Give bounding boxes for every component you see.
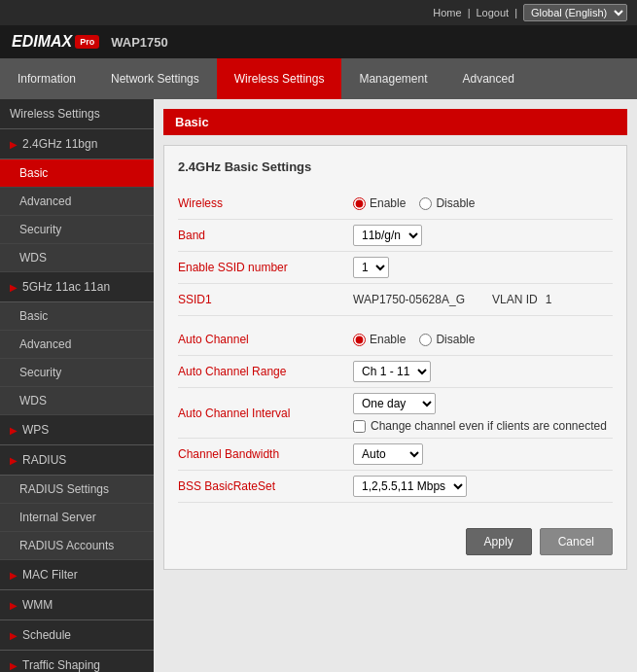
- logout-link[interactable]: Logout: [476, 7, 509, 18]
- sidebar-item-advanced5[interactable]: Advanced: [0, 331, 154, 359]
- auto-channel-label: Auto Channel: [178, 329, 353, 350]
- nav-network-settings[interactable]: Network Settings: [93, 58, 217, 99]
- content-area: Basic 2.4GHz Basic Settings Wireless Ena…: [154, 99, 637, 672]
- nav-management[interactable]: Management: [341, 58, 444, 99]
- edimax-logo: EDIMAX Pro: [12, 33, 99, 51]
- wireless-control: Enable Disable: [353, 196, 613, 210]
- sidebar-item-security5[interactable]: Security: [0, 359, 154, 387]
- wireless-disable-radio[interactable]: [419, 197, 432, 210]
- sidebar-header-wmm[interactable]: ▶ WMM: [0, 590, 154, 620]
- sidebar-section-mac-filter: ▶ MAC Filter: [0, 560, 154, 590]
- sidebar-section-5ghz: ▶ 5GHz 11ac 11an Basic Advanced Security…: [0, 272, 154, 415]
- sidebar-item-basic5[interactable]: Basic: [0, 302, 154, 331]
- sidebar-header-wps[interactable]: ▶ WPS: [0, 415, 154, 445]
- band-control: 11b/g/n: [353, 225, 613, 246]
- channel-bandwidth-label: Channel Bandwidth: [178, 443, 353, 465]
- ssid1-value: WAP1750-05628A_G: [353, 293, 465, 306]
- nav-advanced[interactable]: Advanced: [444, 58, 531, 99]
- ssid1-control: WAP1750-05628A_G VLAN ID 1: [353, 293, 613, 306]
- auto-channel-disable-radio[interactable]: [419, 334, 432, 346]
- band-label: Band: [178, 225, 353, 246]
- enable-ssid-label: Enable SSID number: [178, 257, 353, 278]
- sidebar-item-security[interactable]: Security: [0, 216, 154, 244]
- arrow-icon-traffic: ▶: [10, 660, 18, 671]
- bss-select[interactable]: 1,2,5.5,11 Mbps All: [353, 476, 467, 497]
- arrow-icon-5ghz: ▶: [10, 282, 18, 293]
- vlan-value: 1: [546, 293, 552, 306]
- nav-wireless-settings[interactable]: Wireless Settings: [217, 58, 342, 99]
- sidebar-item-internal-server[interactable]: Internal Server: [0, 504, 154, 532]
- sidebar-item-wds[interactable]: WDS: [0, 244, 154, 272]
- sidebar-item-radius-accounts[interactable]: RADIUS Accounts: [0, 532, 154, 560]
- top-bar: Home | Logout | Global (English): [0, 0, 637, 25]
- auto-channel-control: Enable Disable: [353, 333, 613, 346]
- bss-control: 1,2,5.5,11 Mbps All: [353, 476, 613, 497]
- channel-range-select[interactable]: Ch 1 - 11 Ch 1 - 13: [353, 361, 431, 382]
- channel-bandwidth-select[interactable]: Auto 20 MHz 40 MHz: [353, 443, 423, 465]
- sidebar-item-basic[interactable]: Basic: [0, 159, 154, 188]
- form-row-bss: BSS BasicRateSet 1,2,5.5,11 Mbps All: [178, 471, 613, 503]
- channel-interval-select[interactable]: One day One hour One week: [353, 393, 436, 414]
- wireless-radio-group: Enable Disable: [353, 196, 475, 210]
- apply-button[interactable]: Apply: [466, 528, 532, 555]
- wireless-disable-text: Disable: [436, 196, 475, 210]
- change-channel-label[interactable]: Change channel even if clients are conne…: [353, 419, 607, 433]
- auto-channel-enable-text: Enable: [370, 333, 406, 346]
- edimax-text: EDIMAX: [12, 33, 72, 51]
- wireless-enable-text: Enable: [370, 196, 406, 210]
- panel-title: 2.4GHz Basic Settings: [178, 159, 613, 174]
- nav-bar: Information Network Settings Wireless Se…: [0, 58, 637, 99]
- sidebar-item-advanced[interactable]: Advanced: [0, 188, 154, 216]
- sidebar-header-radius[interactable]: ▶ RADIUS: [0, 445, 154, 476]
- sidebar-header-2ghz[interactable]: ▶ 2.4GHz 11bgn: [0, 129, 154, 159]
- auto-channel-disable-text: Disable: [436, 333, 475, 346]
- home-link[interactable]: Home: [433, 7, 461, 18]
- form-row-channel-bandwidth: Channel Bandwidth Auto 20 MHz 40 MHz: [178, 439, 613, 471]
- sidebar-item-radius-settings[interactable]: RADIUS Settings: [0, 476, 154, 504]
- sidebar-section-radius: ▶ RADIUS RADIUS Settings Internal Server…: [0, 445, 154, 560]
- auto-channel-disable-label[interactable]: Disable: [419, 333, 475, 346]
- language-select[interactable]: Global (English): [523, 4, 627, 21]
- channel-interval-label: Auto Channel Interval: [178, 403, 353, 424]
- arrow-icon: ▶: [10, 139, 18, 150]
- form-row-channel-interval: Auto Channel Interval One day One hour O…: [178, 388, 613, 439]
- channel-range-control: Ch 1 - 11 Ch 1 - 13: [353, 361, 613, 382]
- sidebar-section-traffic: ▶ Traffic Shaping: [0, 651, 154, 672]
- bss-label: BSS BasicRateSet: [178, 476, 353, 497]
- arrow-icon-mac: ▶: [10, 570, 18, 581]
- logo-bar: EDIMAX Pro WAP1750: [0, 25, 637, 58]
- sidebar-header-5ghz[interactable]: ▶ 5GHz 11ac 11an: [0, 272, 154, 302]
- enable-ssid-select[interactable]: 1 2 3 4: [353, 257, 389, 278]
- cancel-button[interactable]: Cancel: [540, 528, 613, 555]
- nav-information[interactable]: Information: [0, 58, 93, 99]
- wireless-label: Wireless: [178, 193, 353, 214]
- ssid1-label: SSID1: [178, 289, 353, 310]
- sidebar-header-schedule[interactable]: ▶ Schedule: [0, 620, 154, 651]
- content-header: Basic: [163, 109, 627, 135]
- button-row: Apply Cancel: [178, 518, 613, 555]
- sidebar-section-schedule: ▶ Schedule: [0, 620, 154, 651]
- sidebar-header-traffic[interactable]: ▶ Traffic Shaping: [0, 651, 154, 672]
- auto-channel-enable-label[interactable]: Enable: [353, 333, 406, 346]
- top-bar-right: Home | Logout | Global (English): [433, 4, 627, 21]
- change-channel-checkbox[interactable]: [353, 420, 366, 433]
- arrow-icon-radius: ▶: [10, 455, 18, 466]
- auto-channel-enable-radio[interactable]: [353, 334, 366, 346]
- wireless-disable-label[interactable]: Disable: [419, 196, 475, 210]
- form-row-auto-channel: Auto Channel Enable Disable: [178, 324, 613, 356]
- form-spacer-1: [178, 316, 613, 324]
- sidebar-section-wmm: ▶ WMM: [0, 590, 154, 620]
- form-row-channel-range: Auto Channel Range Ch 1 - 11 Ch 1 - 13: [178, 356, 613, 388]
- change-channel-text: Change channel even if clients are conne…: [371, 419, 607, 433]
- wireless-enable-radio[interactable]: [353, 197, 366, 210]
- band-select[interactable]: 11b/g/n: [353, 225, 422, 246]
- arrow-icon-schedule: ▶: [10, 630, 18, 641]
- sidebar-header-mac-filter[interactable]: ▶ MAC Filter: [0, 560, 154, 590]
- pro-badge: Pro: [75, 35, 99, 49]
- auto-channel-radio-group: Enable Disable: [353, 333, 475, 346]
- wireless-enable-label[interactable]: Enable: [353, 196, 406, 210]
- main-layout: Wireless Settings ▶ 2.4GHz 11bgn Basic A…: [0, 99, 637, 672]
- sidebar-item-wds5[interactable]: WDS: [0, 387, 154, 415]
- enable-ssid-control: 1 2 3 4: [353, 257, 613, 278]
- channel-range-label: Auto Channel Range: [178, 361, 353, 382]
